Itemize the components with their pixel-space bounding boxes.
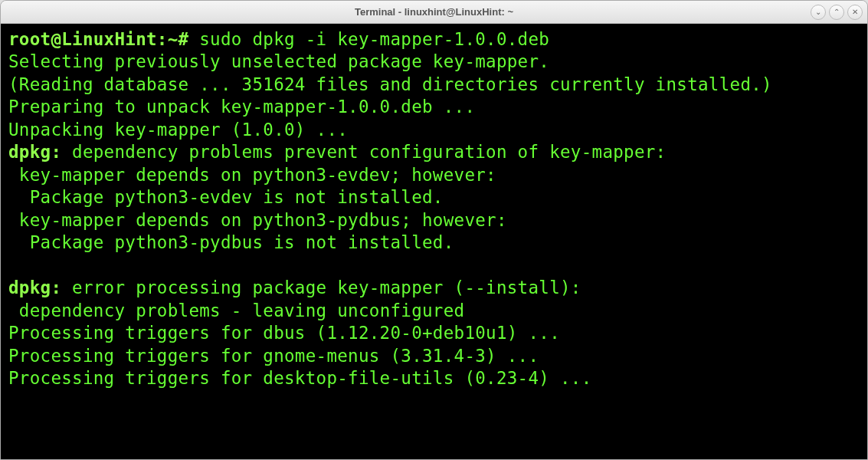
prompt: root@LinuxHint:~# — [8, 29, 199, 49]
output-line: dependency problems - leaving unconfigur… — [8, 301, 464, 320]
output-line: dependency problems prevent configuratio… — [61, 142, 666, 162]
close-icon: ✕ — [852, 8, 858, 16]
maximize-icon: ⌃ — [834, 8, 840, 16]
output-line: Processing triggers for dbus (1.12.20-0+… — [8, 323, 560, 343]
output-line: Package python3-pydbus is not installed. — [8, 232, 454, 252]
output-line: Package python3-evdev is not installed. — [8, 187, 444, 207]
close-button[interactable]: ✕ — [847, 5, 863, 20]
maximize-button[interactable]: ⌃ — [829, 5, 844, 20]
output-line: Selecting previously unselected package … — [8, 51, 549, 71]
terminal-output[interactable]: root@LinuxHint:~# sudo dpkg -i key-mappe… — [1, 24, 867, 459]
minimize-icon: ⌄ — [815, 8, 821, 16]
output-line: key-mapper depends on python3-pydbus; ho… — [8, 210, 507, 230]
output-line: error processing package key-mapper (--i… — [61, 278, 581, 297]
command: sudo dpkg -i key-mapper-1.0.0.deb — [199, 29, 549, 49]
terminal-window: Terminal - linuxhint@LinuxHint: ~ ⌄ ⌃ ✕ … — [0, 0, 868, 460]
output-line: Processing triggers for desktop-file-uti… — [8, 368, 592, 388]
dpkg-label: dpkg: — [8, 278, 61, 297]
output-line: Preparing to unpack key-mapper-1.0.0.deb… — [8, 97, 475, 117]
window-controls: ⌄ ⌃ ✕ — [811, 5, 863, 20]
window-title: Terminal - linuxhint@LinuxHint: ~ — [355, 6, 513, 18]
output-line: Processing triggers for gnome-menus (3.3… — [8, 346, 539, 366]
output-line: (Reading database ... 351624 files and d… — [8, 74, 772, 94]
titlebar: Terminal - linuxhint@LinuxHint: ~ ⌄ ⌃ ✕ — [1, 1, 867, 24]
output-line: Unpacking key-mapper (1.0.0) ... — [8, 120, 348, 140]
dpkg-label: dpkg: — [8, 142, 61, 162]
output-line: key-mapper depends on python3-evdev; how… — [8, 165, 496, 185]
minimize-button[interactable]: ⌄ — [811, 5, 826, 20]
